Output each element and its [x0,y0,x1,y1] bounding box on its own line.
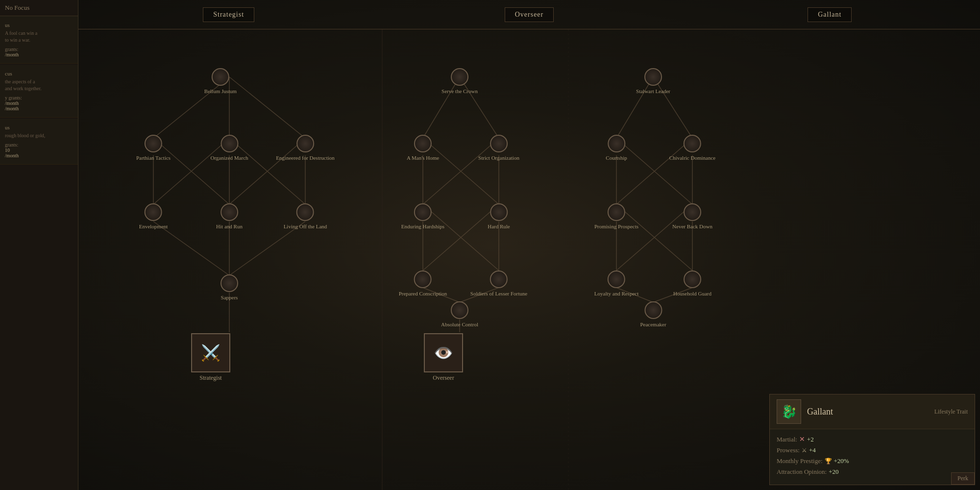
info-stat-prestige: Monthly Prestige: 🏆 +20% [777,457,968,465]
node-circle-soldiers [490,270,508,288]
stat-value-prowess: +4 [809,446,816,454]
focus-grants-3: grants: [5,142,73,147]
info-panel-body: Martial: ✕ +2 Prowess: ⚔ +4 Monthly Pres… [770,429,975,485]
node-label-organized: Organized March [210,154,248,161]
node-label-mans: A Man's Home [407,154,439,161]
col-header-strategist: Strategist [78,0,379,29]
node-label-hit: Hit and Run [216,223,243,230]
main-content: Strategist Overseer Gallant [78,0,980,490]
node-label-household: Household Guard [673,290,711,297]
node-label-serve: Serve the Crown [441,88,478,95]
focus-grants-1: grants: [5,47,73,52]
focus-name-1: us [5,22,73,28]
node-label-hard-rule: Hard Rule [488,223,510,230]
focus-value-3b: /month [5,153,73,158]
sidebar-focus-item-3: us rough blood or gold, grants: 10 /mont… [0,119,78,165]
node-circle-strict [490,135,508,152]
node-prepared-conscription[interactable]: Prepared Conscription [399,270,447,297]
focus-value-3a: 10 [5,147,73,153]
stat-value-martial: +2 [807,436,814,443]
col-header-strategist-label: Strategist [203,7,254,22]
node-stalwart-leader[interactable]: Stalwart Leader [636,68,670,95]
node-courtship[interactable]: Courtship [606,135,627,161]
node-label-parthian: Parthian Tactics [136,154,171,161]
focus-value-2a: /month [5,100,73,106]
node-circle-engineered [296,135,314,152]
node-label-promising: Promising Prospects [594,223,638,230]
overseer-lifestyle-icon[interactable]: 👁️ Overseer [424,333,463,382]
node-label-enduring: Enduring Hardships [401,223,444,230]
node-envelopment[interactable]: Envelopment [139,203,168,230]
stat-icon-martial: ✕ [799,435,805,443]
info-panel-header: 🐉 Gallant Lifestyle Trait [770,394,975,429]
info-panel-title-area: Gallant [807,407,934,417]
strategist-icon-img: ⚔️ [191,333,230,372]
node-circle-enduring [414,203,432,221]
col-header-overseer-label: Overseer [505,7,554,22]
node-label-living: Living Off the Land [284,223,327,230]
node-soldiers-fortune[interactable]: Soldiers of Lesser Fortune [470,270,527,297]
node-mans-home[interactable]: A Man's Home [407,135,439,161]
no-focus-label: No Focus [0,0,78,16]
info-panel-subtitle: Lifestyle Trait [934,408,968,416]
node-peacemaker[interactable]: Peacemaker [640,301,666,328]
node-never-back-down[interactable]: Never Back Down [672,203,712,230]
stat-icon-prowess: ⚔ [802,447,807,454]
node-circle-promising [608,203,625,221]
stat-value-attraction: +20 [829,468,838,476]
node-absolute-control[interactable]: Absolute Control [441,301,478,328]
overseer-icon-img: 👁️ [424,333,463,372]
stat-name-martial: Martial: [777,436,797,443]
node-label-strict: Strict Organization [478,154,519,161]
node-circle-never [684,203,701,221]
node-label-prepared: Prepared Conscription [399,290,447,297]
col-header-overseer: Overseer [379,0,679,29]
sidebar-focus-item-2: cus the aspects of aand work together. y… [0,65,78,118]
perk-button[interactable]: Perk [951,472,975,485]
node-engineered[interactable]: Engineered for Destruction [276,135,335,161]
focus-grants-2: y grants: [5,95,73,100]
focus-value-1: /month [5,52,73,57]
node-label-absolute: Absolute Control [441,321,478,328]
node-circle-loyalty [608,270,625,288]
node-circle-absolute [451,301,468,319]
focus-desc-2: the aspects of aand work together. [5,78,73,92]
node-circle-envelopment [145,203,162,221]
stat-name-prestige: Monthly Prestige: [777,457,823,465]
node-loyalty-respect[interactable]: Loyalty and Respect [594,270,638,297]
node-household-guard[interactable]: Household Guard [673,270,711,297]
node-label-chivalric: Chivalric Dominance [669,154,715,161]
col-header-gallant-label: Gallant [808,7,852,22]
node-strict-org[interactable]: Strict Organization [478,135,519,161]
node-parthian[interactable]: Parthian Tactics [136,135,171,161]
node-label-soldiers: Soldiers of Lesser Fortune [470,290,527,297]
info-stat-attraction: Attraction Opinion: +20 [777,468,968,476]
node-promising-prospects[interactable]: Promising Prospects [594,203,638,230]
node-organized-march[interactable]: Organized March [210,135,248,161]
node-enduring-hardships[interactable]: Enduring Hardships [401,203,444,230]
node-label-courtship: Courtship [606,154,627,161]
sidebar-focus-item-1: us A fool can win ato win a war. grants:… [0,16,78,64]
strategist-lifestyle-icon[interactable]: ⚔️ Strategist [191,333,230,382]
overseer-icon-label: Overseer [433,374,454,382]
node-hit-and-run[interactable]: Hit and Run [216,203,243,230]
node-bellum-justum[interactable]: Bellum Justum [204,68,237,95]
node-chivalric-dominance[interactable]: Chivalric Dominance [669,135,715,161]
sidebar: No Focus us A fool can win ato win a war… [0,0,78,490]
info-icon-emoji: 🐉 [781,404,797,419]
focus-value-2b: /month [5,106,73,111]
node-circle-courtship [608,135,625,152]
node-circle-prepared [414,270,432,288]
node-circle-household [684,270,701,288]
node-serve-crown[interactable]: Serve the Crown [441,68,478,95]
node-sappers[interactable]: Sappers [220,274,238,301]
node-living-off-land[interactable]: Living Off the Land [284,203,327,230]
node-label-engineered: Engineered for Destruction [276,154,335,161]
node-circle-bellum [212,68,229,86]
node-circle-sappers [220,274,238,292]
node-label-stalwart: Stalwart Leader [636,88,670,95]
node-hard-rule[interactable]: Hard Rule [488,203,510,230]
stat-value-prestige: +20% [834,457,849,465]
node-circle-stalwart [644,68,662,86]
node-label-sappers: Sappers [221,294,238,301]
